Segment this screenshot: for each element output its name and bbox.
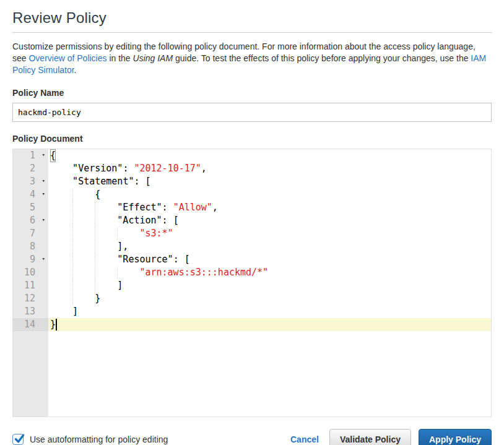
code-line-content[interactable]: "Statement": [ — [48, 175, 491, 188]
line-number: 5 — [30, 202, 35, 213]
editor-line-10[interactable]: 10"arn:aws:s3:::hackmd/*" — [13, 266, 491, 279]
indent-space — [50, 292, 72, 305]
gutter-cell[interactable]: 8 — [13, 240, 48, 253]
fold-arrow-icon[interactable]: ▾ — [42, 175, 45, 188]
gutter-cell[interactable]: 1▾ — [13, 149, 48, 162]
autoformat-checkbox-row[interactable]: Use autoformatting for policy editing — [12, 434, 168, 445]
policy-name-input[interactable] — [12, 103, 492, 122]
overview-of-policies-link[interactable]: Overview of Policies — [28, 53, 106, 63]
code-line-content[interactable]: } — [48, 318, 491, 331]
gutter-cell[interactable]: 13 — [13, 305, 48, 318]
indent-guide — [95, 279, 117, 292]
code-token: { — [50, 149, 56, 162]
line-number: 7 — [30, 228, 35, 239]
fold-arrow-icon[interactable]: ▾ — [42, 149, 45, 162]
editor-line-9[interactable]: 9▾"Resource": [ — [13, 253, 491, 266]
line-number: 12 — [24, 293, 35, 304]
editor-line-2[interactable]: 2"Version": "2012-10-17", — [13, 162, 491, 175]
code-token: "Version" — [72, 162, 123, 175]
review-policy-page: Review Policy Customize permissions by e… — [0, 0, 504, 445]
code-line-content[interactable]: "Effect": "Allow", — [48, 201, 491, 214]
policy-document-editor[interactable]: 1▾{2"Version": "2012-10-17",3▾"Statement… — [12, 149, 492, 417]
line-number: 4 — [30, 189, 35, 200]
editor-line-6[interactable]: 6▾"Action": [ — [13, 214, 491, 227]
indent-space — [50, 162, 72, 175]
code-line-content[interactable]: ], — [48, 240, 491, 253]
gutter-cell[interactable]: 12 — [13, 292, 48, 305]
code-line-content[interactable]: ] — [48, 305, 491, 318]
editor-line-14[interactable]: 14} — [13, 318, 491, 331]
code-token: "s3:*" — [139, 227, 173, 240]
code-token: "2012-10-17" — [134, 162, 201, 175]
line-number: 11 — [24, 280, 35, 291]
code-line-content[interactable]: "s3:*" — [48, 227, 491, 240]
text-cursor — [56, 319, 57, 331]
code-token: "Allow" — [173, 201, 212, 214]
code-token: : [ — [162, 214, 179, 227]
fold-arrow-icon[interactable]: ▾ — [42, 188, 45, 201]
indent-guide — [72, 227, 95, 240]
editor-line-7[interactable]: 7"s3:*" — [13, 227, 491, 240]
gutter-cell[interactable]: 6▾ — [13, 214, 48, 227]
code-token: ], — [117, 240, 128, 253]
fold-arrow-icon[interactable]: ▾ — [42, 214, 45, 227]
gutter-cell[interactable]: 11 — [13, 279, 48, 292]
code-token: } — [50, 318, 56, 331]
code-line-content[interactable]: { — [48, 149, 491, 162]
line-number: 1 — [30, 150, 35, 161]
editor-line-1[interactable]: 1▾{ — [13, 149, 491, 162]
code-line-content[interactable]: "Version": "2012-10-17", — [48, 162, 491, 175]
code-line-content[interactable]: { — [48, 188, 491, 201]
autoformat-checkbox[interactable] — [12, 434, 24, 445]
code-token: , — [212, 201, 218, 214]
editor-line-13[interactable]: 13] — [13, 305, 491, 318]
code-token: } — [95, 292, 100, 305]
using-iam-guide-name: Using IAM — [133, 53, 173, 63]
indent-guide — [72, 188, 95, 201]
footer-actions: Cancel Validate Policy Apply Policy — [290, 429, 492, 445]
editor-line-8[interactable]: 8], — [13, 240, 491, 253]
gutter-cell[interactable]: 2 — [13, 162, 48, 175]
cancel-link[interactable]: Cancel — [290, 434, 319, 444]
indent-guide — [72, 253, 95, 266]
indent-guide — [95, 201, 117, 214]
gutter-cell[interactable]: 10 — [13, 266, 48, 279]
gutter-cell[interactable]: 9▾ — [13, 253, 48, 266]
editor-line-4[interactable]: 4▾{ — [13, 188, 491, 201]
editor-line-11[interactable]: 11] — [13, 279, 491, 292]
indent-space — [50, 279, 72, 292]
gutter-cell[interactable]: 7 — [13, 227, 48, 240]
gutter-cell[interactable]: 14 — [13, 318, 48, 331]
code-line-content[interactable]: ] — [48, 279, 491, 292]
indent-guide — [72, 266, 95, 279]
gutter-cell[interactable]: 5 — [13, 201, 48, 214]
indent-guide — [72, 279, 95, 292]
code-line-content[interactable]: "Action": [ — [48, 214, 491, 227]
gutter-cell[interactable]: 4▾ — [13, 188, 48, 201]
validate-policy-button[interactable]: Validate Policy — [329, 429, 411, 445]
indent-guide — [72, 240, 95, 253]
editor-line-3[interactable]: 3▾"Statement": [ — [13, 175, 491, 188]
code-token: "Resource" — [117, 253, 173, 266]
line-number: 10 — [24, 267, 35, 278]
indent-space — [50, 214, 72, 227]
code-token: "Statement" — [72, 175, 134, 188]
gutter-cell[interactable]: 3▾ — [13, 175, 48, 188]
code-line-content[interactable]: "arn:aws:s3:::hackmd/*" — [48, 266, 491, 279]
indent-space — [50, 266, 72, 279]
title-divider — [12, 32, 492, 33]
apply-policy-button[interactable]: Apply Policy — [419, 429, 492, 445]
editor-line-5[interactable]: 5"Effect": "Allow", — [13, 201, 491, 214]
fold-arrow-icon[interactable]: ▾ — [42, 253, 45, 266]
policy-document-label: Policy Document — [12, 134, 492, 144]
code-line-content[interactable]: } — [48, 292, 491, 305]
checkmark-icon — [14, 433, 25, 444]
line-number: 6 — [30, 215, 35, 226]
intro-text: Customize permissions by editing the fol… — [12, 41, 492, 76]
code-token: , — [201, 162, 207, 175]
editor-line-12[interactable]: 12} — [13, 292, 491, 305]
code-token: : — [123, 162, 134, 175]
line-number: 8 — [30, 241, 35, 252]
code-line-content[interactable]: "Resource": [ — [48, 253, 491, 266]
page-title: Review Policy — [12, 9, 492, 27]
